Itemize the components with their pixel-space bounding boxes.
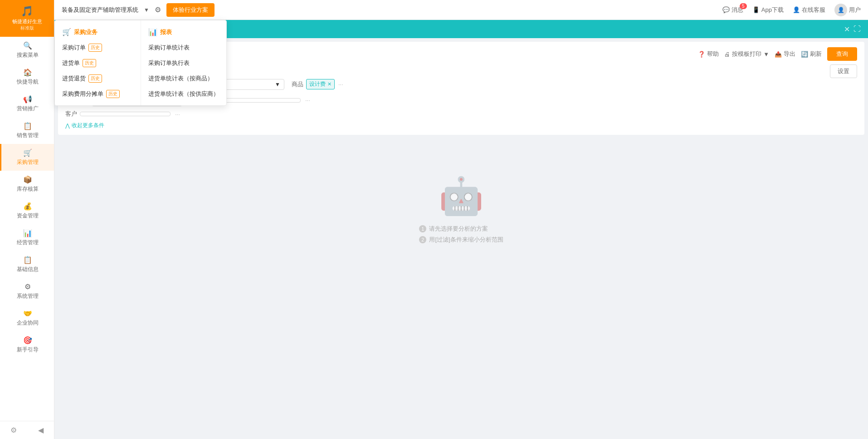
sidebar-item-label: 企业协同 bbox=[17, 319, 39, 327]
collapse-label: 收起更多条件 bbox=[72, 122, 104, 129]
finance-icon: 💰 bbox=[23, 202, 32, 211]
header-gear-icon[interactable]: ⚙ bbox=[155, 5, 161, 14]
logo-icon: 🎵 bbox=[21, 5, 33, 17]
dropdown-item-inbound-stats-supplier[interactable]: 进货单统计表（按供应商） bbox=[141, 86, 227, 102]
sidebar-item-purchase[interactable]: 🛒 采购管理 bbox=[0, 144, 54, 171]
header-right: 💬 消息 5 📱 App下载 👤 在线客服 👤 用户 bbox=[722, 4, 861, 16]
sidebar-item-quicknav[interactable]: 🏠 快捷导航 bbox=[0, 64, 54, 90]
guide-icon: 🎯 bbox=[23, 336, 32, 345]
purchase-col-header: 🛒 采购业务 bbox=[55, 24, 141, 40]
app-download-label: App下载 bbox=[761, 6, 784, 14]
phone-icon: 📱 bbox=[752, 6, 760, 13]
sidebar-item-search[interactable]: 🔍 搜索菜单 bbox=[0, 37, 54, 64]
inventory-icon: 📦 bbox=[23, 175, 32, 184]
header-dropdown[interactable]: ▼ bbox=[144, 7, 149, 13]
customer-more-dots[interactable]: ··· bbox=[175, 111, 180, 118]
user-btn[interactable]: 👤 用户 bbox=[834, 4, 861, 16]
help-label: 帮助 bbox=[707, 50, 719, 58]
sidebar-item-basic[interactable]: 📋 基础信息 bbox=[0, 251, 54, 278]
sidebar-nav: 🔍 搜索菜单 🏠 快捷导航 📢 营销推广 📋 销售管理 🛒 采购管理 📦 bbox=[0, 37, 54, 421]
industry-btn[interactable]: 体验行业方案 bbox=[166, 3, 215, 17]
dropdown-item-order-exec[interactable]: 采购订单执行表 bbox=[141, 55, 227, 71]
dropdown-item-order-stats[interactable]: 采购订单统计表 bbox=[141, 40, 227, 55]
dropdown-item-label: 采购费用分摊单 bbox=[62, 90, 103, 98]
dropdown-item-purchase-order[interactable]: 采购订单 历史 bbox=[55, 40, 141, 55]
collapse-icon: ⋀ bbox=[65, 123, 70, 129]
goods-tag: 设计费 ✕ bbox=[306, 79, 335, 89]
purchase-col: 🛒 采购业务 采购订单 历史 进货单 历史 进货退货 历史 采购费用分摊单 历史 bbox=[55, 20, 141, 105]
message-btn[interactable]: 💬 消息 5 bbox=[722, 6, 743, 14]
logo-subtitle: 标准版 bbox=[20, 25, 34, 31]
sidebar-item-guide[interactable]: 🎯 新手引导 bbox=[0, 331, 54, 358]
avatar: 👤 bbox=[834, 4, 847, 16]
online-service-btn[interactable]: 👤 在线客服 bbox=[793, 6, 825, 14]
collapse-btn[interactable]: ⋀ 收起更多条件 bbox=[65, 122, 857, 129]
print-btn[interactable]: 🖨 按模板打印 ▼ bbox=[724, 50, 769, 58]
purchase-icon: 🛒 bbox=[23, 148, 32, 157]
goods-label: 商品 bbox=[292, 80, 303, 89]
sidebar-item-sales[interactable]: 📋 销售管理 bbox=[0, 117, 54, 144]
tab-expand-icon[interactable]: ⛶ bbox=[853, 25, 861, 33]
dropdown-item-return[interactable]: 进货退货 历史 bbox=[55, 71, 141, 86]
sidebar: 🎵 畅捷通好生意 标准版 🔍 搜索菜单 🏠 快捷导航 📢 营销推广 📋 销售管理 bbox=[0, 0, 54, 439]
refresh-btn[interactable]: 🔄 刷新 bbox=[801, 50, 822, 58]
sidebar-item-system[interactable]: ⚙ 系统管理 bbox=[0, 278, 54, 305]
sidebar-item-enterprise[interactable]: 🤝 企业协同 bbox=[0, 305, 54, 331]
export-label: 导出 bbox=[784, 50, 795, 58]
help-icon: ❓ bbox=[698, 51, 705, 58]
query-button[interactable]: 查询 bbox=[827, 47, 857, 61]
hint-num-1: 1 bbox=[419, 225, 426, 232]
print-icon: 🖨 bbox=[724, 51, 730, 58]
history-badge: 历史 bbox=[83, 59, 96, 67]
header-left: 装备及固定资产辅助管理系统 ▼ ⚙ 体验行业方案 bbox=[62, 3, 215, 17]
refresh-icon: 🔄 bbox=[801, 51, 808, 58]
hint-text-1: 请先选择要分析的方案 bbox=[429, 225, 488, 233]
purchase-col-icon: 🛒 bbox=[62, 28, 71, 36]
report-col: 📊 报表 采购订单统计表 采购订单执行表 进货单统计表（按商品） 进货单统计表（… bbox=[141, 20, 227, 105]
sidebar-item-operation[interactable]: 📊 经营管理 bbox=[0, 224, 54, 251]
home-icon: 🏠 bbox=[23, 68, 32, 77]
set-button[interactable]: 设置 bbox=[830, 64, 857, 78]
settings-icon[interactable]: ⚙ bbox=[10, 426, 17, 434]
sidebar-item-label: 采购管理 bbox=[17, 158, 39, 166]
service-icon: 👤 bbox=[793, 6, 800, 13]
dropdown-item-label: 进货退货 bbox=[62, 74, 86, 83]
dropdown-item-inbound-stats-goods[interactable]: 进货单统计表（按商品） bbox=[141, 71, 227, 86]
search-nav-icon: 🔍 bbox=[23, 41, 32, 50]
empty-state: 🤖 1 请先选择要分析的方案 2 用[过滤]条件来缩小分析范围 bbox=[54, 138, 868, 283]
goods-tag-close[interactable]: ✕ bbox=[327, 81, 332, 87]
sidebar-item-inventory[interactable]: 📦 库存核算 bbox=[0, 171, 54, 197]
tab-actions: ✕ ⛶ bbox=[844, 25, 864, 34]
message-badge: 5 bbox=[740, 3, 747, 9]
purchase-col-title: 采购业务 bbox=[74, 28, 98, 36]
dropdown-item-inbound[interactable]: 进货单 历史 bbox=[55, 55, 141, 71]
sidebar-item-label: 资金管理 bbox=[17, 212, 39, 220]
dropdown-item-label: 进货单 bbox=[62, 59, 80, 67]
report-col-header: 📊 报表 bbox=[141, 24, 227, 40]
history-badge: 历史 bbox=[88, 74, 102, 83]
sidebar-item-label: 经营管理 bbox=[17, 239, 39, 247]
report-col-title: 报表 bbox=[160, 28, 172, 36]
sidebar-item-label: 新手引导 bbox=[17, 346, 39, 354]
print-dropdown-icon: ▼ bbox=[763, 51, 769, 58]
dropdown-menu: 🛒 采购业务 采购订单 历史 进货单 历史 进货退货 历史 采购费用分摊单 历史 bbox=[54, 20, 227, 106]
help-btn[interactable]: ❓ 帮助 bbox=[698, 50, 719, 58]
sales-icon: 📋 bbox=[23, 122, 32, 130]
sidebar-item-marketing[interactable]: 📢 营销推广 bbox=[0, 90, 54, 117]
marketing-icon: 📢 bbox=[23, 95, 32, 104]
voucher-status-dropdown: ▼ bbox=[275, 81, 280, 88]
collapse-sidebar-icon[interactable]: ◀ bbox=[38, 426, 44, 434]
sidebar-bottom: ⚙ ◀ bbox=[0, 421, 54, 439]
salesman-more-dots[interactable]: ··· bbox=[305, 97, 310, 104]
operation-icon: 📊 bbox=[23, 229, 32, 237]
app-download-btn[interactable]: 📱 App下载 bbox=[752, 6, 784, 14]
dropdown-item-expense[interactable]: 采购费用分摊单 历史 bbox=[55, 86, 141, 102]
sidebar-logo: 🎵 畅捷通好生意 标准版 bbox=[0, 0, 54, 37]
sidebar-item-finance[interactable]: 💰 资金管理 bbox=[0, 197, 54, 224]
sidebar-item-label: 销售管理 bbox=[17, 132, 39, 139]
system-icon: ⚙ bbox=[24, 282, 31, 291]
tab-close-all-icon[interactable]: ✕ bbox=[844, 25, 850, 34]
customer-select[interactable] bbox=[80, 112, 171, 116]
export-btn[interactable]: 📤 导出 bbox=[775, 50, 795, 58]
goods-more-dots[interactable]: ··· bbox=[338, 81, 343, 88]
